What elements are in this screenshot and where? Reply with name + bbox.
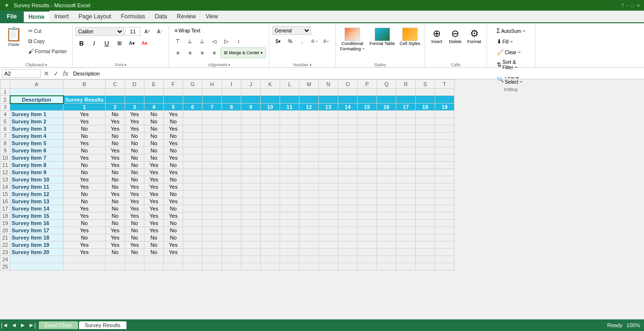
cell[interactable]	[318, 125, 338, 133]
cell[interactable]: Survey Item 12	[10, 191, 63, 198]
cell[interactable]	[183, 227, 202, 234]
cell[interactable]	[377, 111, 396, 118]
font-size-decrease[interactable]: A⁻	[154, 26, 166, 37]
cell[interactable]: Yes	[105, 118, 125, 125]
cell[interactable]	[280, 154, 299, 162]
cell[interactable]: No	[105, 140, 125, 147]
cell[interactable]	[221, 191, 241, 198]
cell[interactable]	[280, 183, 299, 191]
decrease-decimal[interactable]: .0←	[321, 36, 332, 46]
align-left[interactable]: ≡	[172, 47, 184, 58]
cell[interactable]: No	[105, 205, 125, 212]
cell[interactable]	[377, 89, 396, 96]
cell[interactable]	[202, 263, 221, 271]
comma-button[interactable]: ,	[297, 36, 308, 46]
cell[interactable]	[338, 96, 357, 104]
cell[interactable]: No	[63, 147, 106, 154]
cell[interactable]: Yes	[105, 162, 125, 169]
cell[interactable]	[415, 96, 435, 104]
cell[interactable]	[396, 169, 415, 176]
cell[interactable]	[202, 183, 221, 191]
cell[interactable]: 9	[241, 104, 260, 111]
cell[interactable]	[183, 111, 202, 118]
cell[interactable]	[202, 133, 221, 140]
cell[interactable]	[183, 198, 202, 205]
cell[interactable]	[260, 140, 280, 147]
tab-view[interactable]: View	[201, 11, 223, 22]
cell[interactable]: Yes	[125, 198, 144, 205]
cell[interactable]	[183, 169, 202, 176]
cell[interactable]: Yes	[63, 183, 106, 191]
cell[interactable]	[435, 111, 454, 118]
cell[interactable]: Yes	[125, 125, 144, 133]
cell[interactable]	[260, 133, 280, 140]
cell[interactable]	[202, 241, 221, 249]
cell[interactable]	[260, 162, 280, 169]
cell[interactable]: Survey Item 17	[10, 227, 63, 234]
formula-bar-expand[interactable]: ✕	[43, 70, 50, 77]
cell[interactable]: Yes	[125, 212, 144, 220]
cell[interactable]	[183, 118, 202, 125]
cell[interactable]	[318, 241, 338, 249]
cell[interactable]	[299, 256, 318, 263]
cell[interactable]: Yes	[163, 111, 183, 118]
cell[interactable]	[357, 111, 377, 118]
cell[interactable]	[299, 154, 318, 162]
cell[interactable]	[338, 169, 357, 176]
cell[interactable]	[377, 176, 396, 183]
cell[interactable]	[241, 118, 260, 125]
cell[interactable]	[338, 212, 357, 220]
cell[interactable]: No	[63, 198, 106, 205]
next-sheet-arrow[interactable]: ►	[19, 322, 27, 329]
cell[interactable]	[221, 169, 241, 176]
cell[interactable]	[202, 118, 221, 125]
cell[interactable]	[260, 89, 280, 96]
cell[interactable]	[435, 249, 454, 256]
cell[interactable]: Yes	[105, 227, 125, 234]
row-header-21[interactable]: 21	[0, 234, 10, 241]
cell[interactable]: Yes	[144, 169, 163, 176]
last-sheet-arrow[interactable]: ►|	[28, 322, 37, 329]
cell[interactable]: Yes	[163, 198, 183, 205]
cell[interactable]	[221, 89, 241, 96]
tab-formulas[interactable]: Formulas	[116, 11, 150, 22]
cell[interactable]	[377, 191, 396, 198]
cell[interactable]	[241, 176, 260, 183]
cell[interactable]: Yes	[163, 169, 183, 176]
cell[interactable]	[318, 205, 338, 212]
cell[interactable]	[415, 263, 435, 271]
cell[interactable]	[299, 118, 318, 125]
cell[interactable]	[183, 191, 202, 198]
cell[interactable]	[202, 169, 221, 176]
cell[interactable]: Survey Item 16	[10, 220, 63, 227]
currency-button[interactable]: $▾	[272, 36, 284, 46]
cell[interactable]: Yes	[125, 111, 144, 118]
cell[interactable]: Survey Item 20	[10, 249, 63, 256]
cell[interactable]	[377, 96, 396, 104]
tab-home[interactable]: Home	[24, 11, 49, 22]
cell[interactable]	[183, 96, 202, 104]
cell[interactable]	[260, 227, 280, 234]
row-header-18[interactable]: 18	[0, 212, 10, 220]
cell[interactable]	[260, 256, 280, 263]
cell[interactable]	[221, 198, 241, 205]
cell[interactable]	[260, 183, 280, 191]
cell[interactable]	[415, 212, 435, 220]
text-direction[interactable]: ↕	[233, 36, 244, 46]
cell[interactable]: Yes	[144, 162, 163, 169]
cell[interactable]	[318, 176, 338, 183]
cell[interactable]	[318, 227, 338, 234]
cell[interactable]	[396, 220, 415, 227]
cell[interactable]: Yes	[105, 154, 125, 162]
cell[interactable]	[357, 133, 377, 140]
cell[interactable]	[357, 118, 377, 125]
cell[interactable]	[221, 205, 241, 212]
cell[interactable]	[338, 227, 357, 234]
cell[interactable]	[338, 111, 357, 118]
cell[interactable]	[280, 256, 299, 263]
cell[interactable]	[280, 227, 299, 234]
cell[interactable]: 14	[338, 104, 357, 111]
cell[interactable]	[299, 198, 318, 205]
cell[interactable]	[318, 263, 338, 271]
cell[interactable]	[415, 176, 435, 183]
